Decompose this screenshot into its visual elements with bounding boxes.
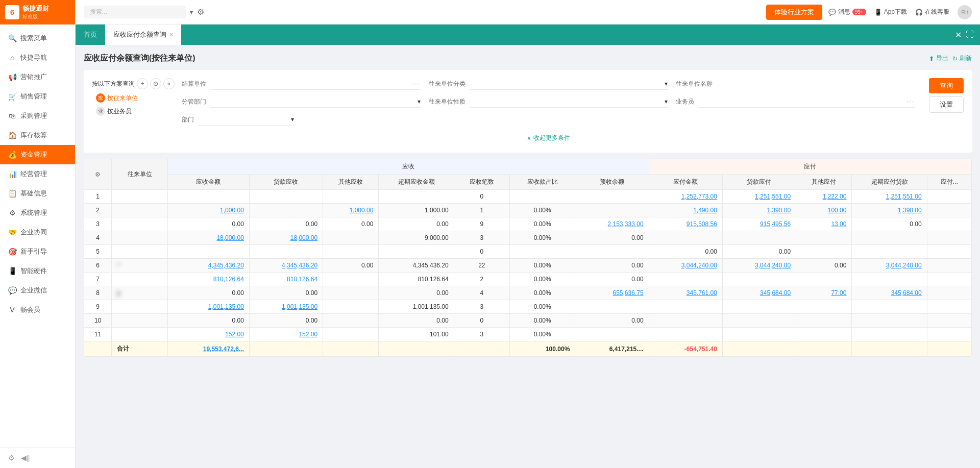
logo-name: 畅捷通财	[22, 4, 49, 13]
set-button[interactable]: 设置	[929, 96, 964, 113]
table-cell-link[interactable]: 1,390.00	[898, 207, 922, 214]
partner-nature-input[interactable]: ▾	[470, 96, 668, 108]
messages-item[interactable]: 💬 消息 99+	[828, 8, 866, 16]
promote-button[interactable]: 体验行业方案	[766, 5, 822, 20]
tab-balance[interactable]: 应收应付余额查询×	[105, 24, 181, 45]
export-button[interactable]: ⬆ 导出	[929, 54, 948, 63]
table-cell-link[interactable]: 810,126.64	[213, 276, 244, 283]
tab-close-balance[interactable]: ×	[169, 31, 173, 38]
salesperson-input[interactable]: ···	[698, 96, 915, 108]
collapse-scheme-button[interactable]: «	[163, 78, 175, 89]
tab-home[interactable]: 首页	[76, 24, 105, 45]
table-cell-link[interactable]: 1,000.00	[350, 207, 374, 214]
sidebar-item-inventory[interactable]: 🏠库存核算	[0, 126, 75, 145]
topbar-dropdown-icon[interactable]: ▾	[190, 9, 193, 16]
app-download-item[interactable]: 📱 App下载	[874, 8, 907, 16]
table-cell-link[interactable]: 4,345,436.20	[208, 262, 244, 269]
table-cell	[649, 273, 722, 286]
sidebar-item-vip[interactable]: V畅会员	[0, 300, 75, 319]
table-cell-link[interactable]: 77.00	[831, 289, 846, 297]
sidebar-item-ops[interactable]: 📊经营管理	[0, 164, 75, 184]
table-cell-link[interactable]: 1,251,551.00	[886, 193, 922, 200]
dept-charge-input[interactable]: ▾	[210, 96, 421, 108]
collapse-more-bar[interactable]: ∧ 收起更多条件	[182, 132, 915, 144]
sidebar-item-sales[interactable]: 🛒销售管理	[0, 87, 75, 106]
table-cell: 3	[454, 231, 509, 245]
partner-name-input[interactable]	[717, 82, 915, 86]
table-cell-link[interactable]: 2,153,333.00	[608, 220, 644, 228]
table-cell-link[interactable]: 152.00	[225, 331, 244, 338]
table-cell-link[interactable]: 915,495.56	[760, 220, 791, 228]
query-button[interactable]: 查询	[929, 78, 964, 93]
dept-input[interactable]: ▾	[198, 114, 294, 126]
finance-icon: 💰	[8, 151, 16, 159]
collapse-icon[interactable]: ◀‖	[21, 454, 30, 462]
table-cell: 0.00%	[510, 259, 575, 273]
table-cell: 0.00%	[510, 231, 575, 245]
user-avatar[interactable]: Rit	[958, 5, 972, 19]
table-cell: 0.00	[323, 259, 379, 273]
table-cell-link[interactable]: 1,252,773.00	[681, 193, 717, 200]
table-cell-link[interactable]: 1,390.00	[767, 207, 791, 214]
table-cell	[323, 286, 379, 300]
table-cell-link[interactable]: 655,636.75	[613, 289, 644, 297]
table-cell-link[interactable]: 1,222.00	[823, 193, 847, 200]
add-scheme-button[interactable]: +	[137, 78, 148, 89]
table-cell: 0.00	[249, 286, 323, 300]
settlement-unit-input[interactable]: ···	[210, 78, 421, 90]
table-cell-link[interactable]: 345,684.00	[891, 289, 922, 297]
table-cell-link[interactable]: 345,761.00	[687, 289, 717, 297]
filter-fields: 结算单位 ··· 往来单位分类 ▾ 往来单位	[182, 78, 915, 144]
scheme-by-salesperson[interactable]: 业 按业务员	[92, 105, 174, 118]
table-cell: ^	[112, 259, 167, 273]
table-cell	[112, 231, 167, 245]
sidebar-item-wechat[interactable]: 💬企业微信	[0, 281, 75, 300]
table-cell-link[interactable]: 915,508.56	[687, 220, 717, 228]
sidebar-item-quick[interactable]: ⌂快捷导航	[0, 48, 75, 67]
table-cell-link[interactable]: 345,684.00	[760, 289, 791, 297]
topbar-gear-icon[interactable]: ⚙	[197, 7, 204, 17]
sidebar-item-purchase[interactable]: 🛍采购管理	[0, 106, 75, 126]
table-cell	[927, 204, 971, 217]
sidebar-item-guide[interactable]: 🎯新手引导	[0, 242, 75, 261]
table-cell-link[interactable]: 152.00	[299, 331, 317, 338]
sidebar-item-coop[interactable]: 🤝企业协同	[0, 223, 75, 242]
table-cell-link[interactable]: 18,000.00	[290, 234, 317, 241]
table-cell-link[interactable]: 1,490.00	[693, 207, 717, 214]
col-other-pay: 其他应付	[796, 175, 852, 190]
table-cell-link[interactable]: 3,044,240.00	[755, 262, 791, 269]
table-cell-link[interactable]: 3,044,240.00	[886, 262, 922, 269]
edit-scheme-button[interactable]: ⊙	[150, 78, 161, 89]
table-cell	[379, 190, 454, 204]
maximize-icon[interactable]: ⛶	[966, 30, 974, 39]
settings-icon[interactable]: ⚙	[8, 454, 15, 462]
sidebar-item-hardware[interactable]: 📱智能硬件	[0, 261, 75, 281]
table-cell-link[interactable]: 1,000.00	[220, 207, 244, 214]
table-cell-link[interactable]: 810,126.64	[287, 276, 317, 283]
table-cell-link[interactable]: 1,251,551.00	[755, 193, 791, 200]
sidebar-item-marketing[interactable]: 📢营销推广	[0, 67, 75, 87]
online-service-item[interactable]: 🎧 在线客服	[915, 8, 949, 16]
sidebar-item-system[interactable]: ⚙系统管理	[0, 203, 75, 223]
sidebar-item-finance[interactable]: 💰资金管理	[0, 145, 75, 164]
table-cell-link[interactable]: 18,000.00	[216, 234, 243, 241]
col-settings-header[interactable]: ⚙	[84, 159, 112, 190]
table-cell-link[interactable]: 100.00	[828, 207, 847, 214]
table-cell-link[interactable]: 13.00	[831, 220, 846, 228]
sidebar-item-search[interactable]: 🔍搜索菜单	[0, 29, 75, 48]
sidebar-item-basic[interactable]: 📋基础信息	[0, 184, 75, 203]
close-window-icon[interactable]: ✕	[955, 30, 962, 40]
scheme-by-partner[interactable]: 按 按往来单位	[92, 91, 174, 105]
table-cell-link[interactable]: 4,345,436.20	[282, 262, 317, 269]
partner-category-input[interactable]: ▾	[470, 78, 668, 90]
table-cell: 7	[84, 273, 112, 286]
table-cell	[722, 314, 796, 328]
table-cell: 0.00	[379, 286, 454, 300]
table-cell-link[interactable]: 1,001,135.00	[282, 303, 317, 310]
table-cell-link[interactable]: 3,044,240.00	[681, 262, 717, 269]
refresh-button[interactable]: ↻ 刷新	[952, 54, 972, 63]
table-cell-link[interactable]: 1,001,135.00	[208, 303, 244, 310]
footer-empty	[84, 341, 112, 357]
online-service-label: 在线客服	[925, 8, 949, 16]
table-cell: 4,345,436.20	[379, 259, 454, 273]
